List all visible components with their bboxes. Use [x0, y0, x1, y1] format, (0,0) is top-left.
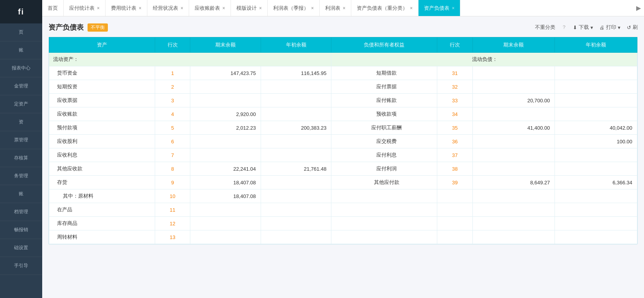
right-row-num: 31 — [437, 66, 472, 80]
left-end-balance: 147,423.75 — [190, 66, 261, 80]
sidebar-item-expense[interactable]: 畅报销 — [0, 221, 42, 239]
download-button[interactable]: ⬇ 下载 ▾ — [573, 24, 593, 31]
right-begin-balance — [555, 162, 637, 176]
tab-operation-stat[interactable]: 经营状况表 × — [147, 0, 189, 16]
tab-close-template-design[interactable]: × — [259, 5, 262, 11]
tab-home[interactable]: 首页 — [42, 0, 64, 16]
table-row: 周转材料 13 — [49, 230, 637, 244]
left-item: 其他应收款 — [49, 162, 155, 176]
header-actions: 不重分类 ？ ⬇ 下载 ▾ 🖨 打印 ▾ ↺ 刷 — [535, 24, 638, 31]
right-begin-balance — [555, 107, 637, 121]
sidebar-item-stock[interactable]: 存核算 — [0, 149, 42, 167]
sidebar-item-guide[interactable]: 手引导 — [0, 257, 42, 275]
tab-receivable-age[interactable]: 应收账龄表 × — [189, 0, 231, 16]
left-begin-balance: 200,383.23 — [261, 121, 331, 135]
right-begin-balance — [555, 80, 637, 94]
right-begin-balance — [555, 217, 637, 230]
refresh-button[interactable]: ↺ 刷 — [627, 24, 638, 31]
right-row-num: 39 — [437, 176, 472, 189]
left-item: 货币资金 — [49, 66, 155, 80]
left-item: 预付款项 — [49, 121, 155, 135]
sidebar-item-archive[interactable]: 档管理 — [0, 203, 42, 221]
right-item: 应付利润 — [331, 162, 437, 176]
sidebar-item-settings[interactable]: 础设置 — [0, 239, 42, 257]
sidebar-item-assets[interactable]: 定资产 — [0, 95, 42, 113]
right-row-num — [437, 217, 472, 230]
tab-payable-stat[interactable]: 应付统计表 × — [64, 0, 106, 16]
tab-expense-stat[interactable]: 费用统计表 × — [106, 0, 147, 16]
left-row-num: 13 — [155, 230, 190, 244]
page-title: 资产负债表 — [48, 23, 84, 32]
table-row: 应收账款 4 2,920.00 预收款项 34 — [49, 107, 637, 121]
left-begin-balance — [261, 176, 331, 189]
right-row-num: 38 — [437, 162, 472, 176]
sidebar-item-report[interactable]: 报表中心 — [0, 59, 42, 77]
sidebar-logo: fi — [0, 0, 42, 23]
left-begin-balance — [261, 217, 331, 230]
sidebar-item-invest[interactable]: 资 — [0, 113, 42, 131]
tab-close-receivable-age[interactable]: × — [222, 5, 225, 11]
right-row-num: 33 — [437, 94, 472, 107]
tab-bar: 首页 应付统计表 × 费用统计表 × 经营状况表 × 应收账龄表 × 模版设计 … — [42, 0, 644, 16]
tab-close-profit-quarterly[interactable]: × — [311, 5, 314, 11]
left-end-balance — [190, 217, 261, 230]
left-end-balance — [190, 135, 261, 148]
left-row-num: 7 — [155, 148, 190, 162]
col-row-num-right: 行次 — [437, 37, 472, 53]
right-begin-balance — [555, 230, 637, 244]
sidebar-item-invoice[interactable]: 票管理 — [0, 131, 42, 149]
table-row: 在产品 11 — [49, 203, 637, 217]
right-begin-balance — [555, 148, 637, 162]
right-end-balance: 8,649.27 — [472, 176, 555, 189]
print-button[interactable]: 🖨 打印 ▾ — [599, 24, 621, 31]
right-item — [331, 203, 437, 217]
left-row-num: 12 — [155, 217, 190, 230]
right-item: 应付职工薪酬 — [331, 121, 437, 135]
right-item: 应付利息 — [331, 148, 437, 162]
tab-balance[interactable]: 资产负债表 × — [419, 0, 460, 16]
left-end-balance — [190, 80, 261, 94]
sidebar-item-home[interactable]: 页 — [0, 23, 42, 41]
right-item — [331, 230, 437, 244]
table-row: 货币资金 1 147,423.75 116,145.95 短期借款 31 — [49, 66, 637, 80]
no-classify-label[interactable]: 不重分类 — [535, 24, 555, 31]
tab-close-profit[interactable]: × — [343, 5, 345, 11]
sidebar-item-finance[interactable]: 金管理 — [0, 77, 42, 95]
refresh-icon: ↺ — [627, 25, 631, 30]
col-liability: 负债和所有者权益 — [331, 37, 437, 53]
left-begin-balance — [261, 148, 331, 162]
tab-arrow-right[interactable]: ▶ — [633, 4, 644, 12]
right-item: 应付账款 — [331, 94, 437, 107]
right-item — [331, 217, 437, 230]
sidebar-item-tax[interactable]: 务管理 — [0, 167, 42, 185]
tab-balance-reclassified[interactable]: 资产负债表（重分类） × — [351, 0, 419, 16]
tab-close-expense-stat[interactable]: × — [139, 5, 141, 11]
tab-close-operation-stat[interactable]: × — [181, 5, 183, 11]
balance-sheet-table-wrapper: 资产 行次 期末余额 年初余额 负债和所有者权益 行次 期末余额 年初余额 流动… — [48, 37, 638, 244]
tab-close-balance-reclassified[interactable]: × — [410, 5, 413, 11]
sidebar-item-account[interactable]: 账 — [0, 41, 42, 59]
col-row-num-left: 行次 — [155, 37, 190, 53]
right-row-num — [437, 230, 472, 244]
left-item: 应收账款 — [49, 107, 155, 121]
tab-close-payable-stat[interactable]: × — [97, 5, 100, 11]
right-end-balance — [472, 189, 555, 203]
tab-template-design[interactable]: 模版设计 × — [231, 0, 268, 16]
right-item: 应交税费 — [331, 135, 437, 148]
left-row-num: 3 — [155, 94, 190, 107]
page-title-area: 资产负债表 不平衡 — [48, 23, 108, 32]
table-row: 预付款项 5 2,012.23 200,383.23 应付职工薪酬 35 41,… — [49, 121, 637, 135]
left-end-balance — [190, 203, 261, 217]
section-left-label: 流动资产： — [49, 53, 331, 66]
table-row: 短期投资 2 应付票据 32 — [49, 80, 637, 94]
tab-close-balance[interactable]: × — [452, 5, 454, 11]
question-icon[interactable]: ？ — [562, 24, 567, 31]
tab-profit[interactable]: 利润表 × — [320, 0, 351, 16]
tab-profit-quarterly[interactable]: 利润表（季报） × — [268, 0, 320, 16]
sidebar-item-ledger[interactable]: 账 — [0, 185, 42, 203]
right-row-num: 36 — [437, 135, 472, 148]
right-begin-balance: 40,042.00 — [555, 121, 637, 135]
left-end-balance: 2,920.00 — [190, 107, 261, 121]
table-row: 存货 9 18,407.08 其他应付款 39 8,649.27 6,366.3… — [49, 176, 637, 189]
right-begin-balance — [555, 189, 637, 203]
